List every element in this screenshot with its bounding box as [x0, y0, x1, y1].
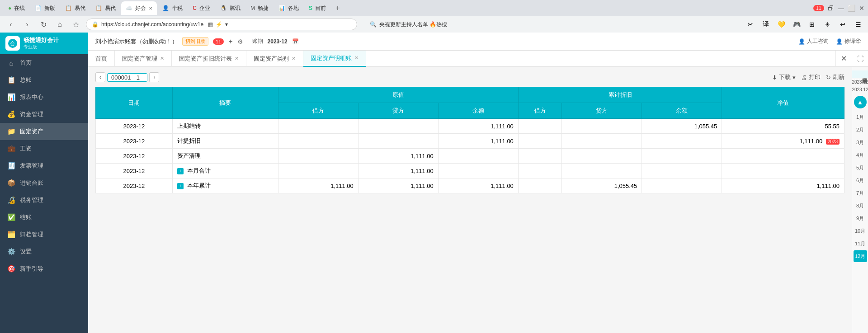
- sidebar-item-purchase-sales[interactable]: 📦 进销台账: [0, 174, 88, 192]
- tab-label: 新版: [44, 5, 55, 12]
- month-item-4[interactable]: 4月: [854, 149, 867, 161]
- month-item-6[interactable]: 6月: [854, 174, 867, 186]
- tab-label: 畅捷: [258, 5, 269, 12]
- forward-button[interactable]: ›: [21, 18, 33, 31]
- month-item-1[interactable]: 1月: [854, 111, 867, 123]
- period-selector-label[interactable]: 期间选择: [852, 70, 868, 78]
- tab-gedi[interactable]: 📊 各地: [274, 1, 303, 15]
- tab-depreciation-stats[interactable]: 固定资产折旧统计表 ✕: [172, 51, 246, 67]
- tab-close-icon[interactable]: ✕: [160, 56, 164, 61]
- dropdown-icon[interactable]: ▾: [225, 21, 228, 28]
- security-icon: 🔒: [92, 21, 99, 28]
- settings-icon: ⚙️: [7, 248, 15, 256]
- table-row: 2023-12 上期结转 1,111.00 1,055.45 55.55: [96, 119, 844, 134]
- sidebar-item-invoice[interactable]: 🧾 发票管理: [0, 157, 88, 174]
- tab-zaixin[interactable]: ● 在线: [4, 1, 29, 15]
- scroll-up-button[interactable]: ▲: [854, 96, 867, 108]
- sidebar-item-payroll[interactable]: 💼 工资: [0, 140, 88, 157]
- tab-changjie[interactable]: M 畅捷: [246, 1, 273, 15]
- sidebar-item-label: 首页: [20, 59, 32, 67]
- tab-icon: 📄: [35, 5, 42, 11]
- month-item-11[interactable]: 11月: [854, 238, 867, 249]
- qr-icon[interactable]: ▦: [208, 21, 213, 28]
- tab-xinban[interactable]: 📄 新版: [30, 1, 60, 15]
- month-item-10[interactable]: 10月: [854, 225, 867, 237]
- report-icon: 📊: [7, 93, 15, 101]
- undo-icon[interactable]: ↩: [837, 19, 848, 30]
- month-item-8[interactable]: 8月: [854, 200, 867, 211]
- sidebar-item-tax[interactable]: 🔏 税务管理: [0, 192, 88, 209]
- sidebar-item-reports[interactable]: 📊 报表中心: [0, 89, 88, 106]
- tab-icon: M: [250, 5, 255, 11]
- menu-icon[interactable]: ☰: [853, 19, 863, 30]
- month-item-5[interactable]: 5月: [854, 162, 867, 174]
- tab-tengxun[interactable]: 🐧 腾讯: [216, 1, 245, 15]
- download-button[interactable]: ⬇ 下载 ▾: [772, 73, 796, 81]
- brightness-icon[interactable]: ☀: [822, 19, 833, 30]
- tab-haohui[interactable]: ☁️ 好会 ✕: [121, 1, 157, 15]
- tab-label: 个税: [172, 5, 183, 12]
- tab-home[interactable]: 首页: [88, 51, 115, 67]
- tab-yidai1[interactable]: 📋 易代: [61, 1, 90, 15]
- tab-close-icon[interactable]: ✕: [292, 56, 296, 61]
- back-button[interactable]: ‹: [5, 18, 17, 31]
- cell-date: 2023-12: [96, 149, 173, 164]
- tab-close-icon[interactable]: ✕: [354, 55, 359, 61]
- maximize-icon[interactable]: ⬜: [848, 5, 855, 12]
- minimize-icon[interactable]: —: [838, 5, 844, 12]
- reload-button[interactable]: ↻: [37, 18, 50, 31]
- print-button[interactable]: 🖨 打印: [801, 73, 821, 81]
- address-bar[interactable]: 🔒 https://cloud.chanjet.com/accounting/u…: [86, 19, 357, 30]
- tab-asset-category[interactable]: 固定资产类别 ✕: [246, 51, 303, 67]
- new-tab-button[interactable]: +: [331, 2, 344, 14]
- tab-qiye[interactable]: C 企业: [188, 1, 215, 15]
- gamepad-icon[interactable]: 🎮: [791, 19, 802, 30]
- tab-asset-detail[interactable]: 固定资产明细账 ✕: [303, 51, 366, 67]
- old-version-tag[interactable]: 切到旧版: [182, 37, 208, 46]
- sidebar-item-funds[interactable]: 💰 资金管理: [0, 106, 88, 123]
- wallet-icon[interactable]: 💛: [776, 19, 787, 30]
- refresh-button[interactable]: ↻ 刷新: [826, 73, 844, 81]
- add-account-icon[interactable]: +: [228, 38, 232, 46]
- prev-page-button[interactable]: ‹: [95, 72, 105, 82]
- tab-yidai2[interactable]: 📋 易代: [91, 1, 120, 15]
- calendar-icon[interactable]: 📅: [292, 38, 299, 45]
- assets-icon: 📁: [7, 127, 15, 136]
- grid-icon[interactable]: ⊞: [807, 19, 817, 30]
- notification-badge: 11: [213, 38, 224, 45]
- tab-close-icon[interactable]: ✕: [149, 6, 152, 11]
- month-item-12[interactable]: 12月: [854, 250, 867, 262]
- page-input[interactable]: [132, 74, 143, 81]
- lightning-icon[interactable]: ⚡: [216, 21, 222, 28]
- customer-service-button[interactable]: 👤 人工咨询: [798, 38, 829, 45]
- sidebar-item-general-ledger[interactable]: 📋 总账: [0, 71, 88, 89]
- tab-muqian[interactable]: S 目前: [304, 1, 330, 15]
- month-item-3[interactable]: 3月: [854, 136, 867, 148]
- sidebar-item-settings[interactable]: ⚙️ 设置: [0, 243, 88, 260]
- tab-label: 固定资产类别: [254, 55, 289, 63]
- month-item-9[interactable]: 9月: [854, 212, 867, 224]
- restore-icon[interactable]: 🗗: [828, 5, 834, 12]
- main-content: 刘小艳演示账套（勿删勿动！） 切到旧版 11 + ⚙ 账期 2023-12 📅 …: [88, 33, 868, 333]
- month-item-2[interactable]: 2月: [854, 124, 867, 136]
- tab-fixed-assets-mgmt[interactable]: 固定资产管理 ✕: [115, 51, 172, 67]
- next-page-button[interactable]: ›: [149, 72, 159, 82]
- sidebar-item-guide[interactable]: 🎯 新手引导: [0, 260, 88, 277]
- settings-mini-icon[interactable]: ⚙: [237, 38, 243, 45]
- sidebar-item-settlement[interactable]: ✅ 结账: [0, 209, 88, 226]
- scissors-icon[interactable]: ✂: [745, 19, 756, 30]
- sidebar-item-home[interactable]: ⌂ 首页: [0, 54, 88, 71]
- translate-icon[interactable]: 译: [760, 19, 771, 30]
- home-button[interactable]: ⌂: [53, 18, 66, 31]
- sidebar-item-fixed-assets[interactable]: 📁 固定资产: [0, 123, 88, 140]
- expand-tabs-button[interactable]: ⛶: [852, 51, 868, 67]
- close-all-tabs-button[interactable]: ✕: [835, 51, 852, 67]
- tab-geshui[interactable]: 👤 个税: [158, 1, 187, 15]
- bookmark-button[interactable]: ☆: [70, 18, 82, 31]
- month-item-7[interactable]: 7月: [854, 187, 867, 199]
- close-window-icon[interactable]: ✕: [859, 5, 864, 12]
- search-area[interactable]: 🔍 央视更新主持人名单 🔥热搜: [370, 21, 447, 28]
- user-info[interactable]: 👤 徐译华: [836, 38, 861, 45]
- tab-close-icon[interactable]: ✕: [235, 56, 239, 61]
- sidebar-item-archive[interactable]: 🗂️ 归档管理: [0, 226, 88, 243]
